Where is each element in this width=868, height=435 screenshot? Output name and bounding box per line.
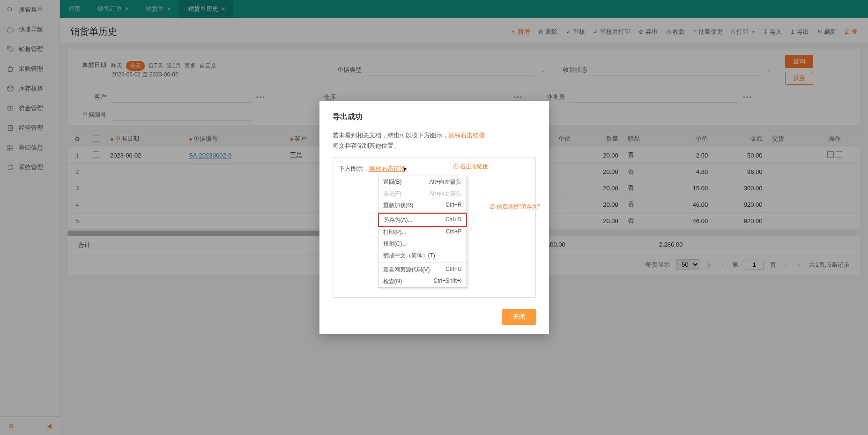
context-menu-item: 查看网页源代码(V)Ctrl+U — [378, 264, 467, 276]
export-success-modal: 导出成功 若未看到相关文档，您也可以按下方图示，鼠标右击链接 将文档存储到其他位… — [319, 101, 549, 334]
modal-overlay[interactable]: 导出成功 若未看到相关文档，您也可以按下方图示，鼠标右击链接 将文档存储到其他位… — [0, 0, 868, 435]
context-menu-item: 重新加载(R)Ctrl+R — [378, 200, 467, 211]
instruction-image: ① 右击此链接 下方图示，鼠标右击链接 返回(B)Alt+向左箭头前进(F)Al… — [333, 158, 536, 298]
context-menu-item: 翻成中文（简体）(T) — [378, 250, 467, 262]
illus-caption: 下方图示，鼠标右击链接 — [339, 165, 530, 173]
context-menu-illustration: 返回(B)Alt+向左箭头前进(F)Alt+向右箭头重新加载(R)Ctrl+R另… — [378, 176, 467, 288]
context-menu-item: 返回(B)Alt+向左箭头 — [378, 176, 467, 188]
context-menu-item: 打印(P)...Ctrl+P — [378, 226, 467, 238]
annotation-2: ② 然后选择"另存为" — [490, 203, 540, 211]
context-menu-item: 投射(C)... — [378, 238, 467, 250]
right-click-link[interactable]: 鼠标右击链接 — [448, 132, 485, 139]
modal-title: 导出成功 — [333, 112, 536, 122]
modal-text-2: 将文档存储到其他位置。 — [333, 141, 536, 151]
context-menu-item: 检查(N)Ctrl+Shift+I — [378, 276, 467, 287]
close-button[interactable]: 关闭 — [502, 309, 536, 325]
modal-text: 若未看到相关文档，您也可以按下方图示，鼠标右击链接 — [333, 130, 536, 141]
context-menu-item: 前进(F)Alt+向右箭头 — [378, 188, 467, 200]
illus-link: 鼠标右击链接 — [369, 165, 406, 172]
context-menu-item: 另存为(A)...Ctrl+S — [378, 213, 467, 227]
annotation-1: ① 右击此链接 — [453, 163, 488, 171]
